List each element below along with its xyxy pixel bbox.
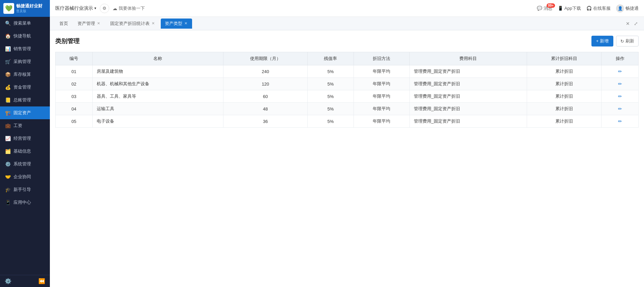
- cell-accum: 累计折旧: [527, 65, 602, 78]
- col-action: 操作: [602, 52, 639, 65]
- company-selector[interactable]: 医疗器械行业演示 ▾: [55, 5, 96, 11]
- edit-button[interactable]: ✏: [618, 69, 622, 74]
- window-maximize-button[interactable]: ⤢: [633, 21, 639, 26]
- sidebar-item-fixed[interactable]: 🏗️ 固定资产: [0, 106, 50, 119]
- online-service-button[interactable]: 🎧 在线客服: [586, 5, 611, 11]
- table-row: 04 运输工具 48 5% 年限平均 管理费用_固定资产折旧 累计折旧 ✏: [56, 103, 639, 115]
- app-download-button[interactable]: 📱 App下载: [558, 5, 581, 11]
- sidebar-item-label: 销售管理: [13, 46, 31, 52]
- collapse-sidebar-icon[interactable]: ⏪: [38, 278, 45, 284]
- fixed-assets-icon: 🏗️: [5, 110, 11, 116]
- table-row: 01 房屋及建筑物 240 5% 年限平均 管理费用_固定资产折旧 累计折旧 ✏: [56, 65, 639, 78]
- tab-depreciation-close[interactable]: ✕: [151, 21, 155, 26]
- tab-asset-management-close[interactable]: ✕: [96, 21, 101, 26]
- window-controls: ✕ ⤢: [625, 21, 639, 26]
- edit-button[interactable]: ✏: [618, 94, 622, 99]
- sidebar-item-basic[interactable]: 🗂️ 基础信息: [0, 145, 50, 158]
- tab-home-label: 首页: [59, 21, 68, 27]
- tab-depreciation-table[interactable]: 固定资产折旧统计表 ✕: [106, 19, 159, 29]
- sidebar-item-system[interactable]: ⚙️ 系统管理: [0, 158, 50, 170]
- sidebar-item-label: 企业协同: [13, 174, 31, 180]
- sidebar-item-funds[interactable]: 💰 资金管理: [0, 81, 50, 94]
- tab-home[interactable]: 首页: [55, 19, 72, 29]
- edit-button[interactable]: ✏: [618, 81, 622, 87]
- new-button[interactable]: + 新增: [591, 36, 613, 46]
- edit-button[interactable]: ✏: [618, 106, 622, 111]
- purchase-icon: 🛒: [5, 59, 11, 65]
- sidebar-item-label: 库存核算: [13, 71, 31, 77]
- col-residual: 残值率: [307, 52, 354, 65]
- cell-residual: 5%: [307, 65, 354, 78]
- user-name: 畅捷通: [625, 5, 639, 11]
- sidebar-item-purchase[interactable]: 🛒 采购管理: [0, 55, 50, 68]
- sidebar-item-sales[interactable]: 📊 销售管理: [0, 42, 50, 55]
- settings-button[interactable]: ⚙: [100, 4, 109, 13]
- user-menu-button[interactable]: 👤 畅捷通: [616, 4, 639, 12]
- edit-button[interactable]: ✏: [618, 119, 622, 124]
- cell-residual: 5%: [307, 103, 354, 115]
- experience-label: 我要体验一下: [119, 5, 145, 11]
- sidebar-item-ledger[interactable]: 📒 总账管理: [0, 94, 50, 106]
- sidebar-item-label: 总账管理: [13, 97, 31, 103]
- ledger-icon: 📒: [5, 97, 11, 103]
- company-name: 医疗器械行业演示: [55, 5, 93, 11]
- tab-asset-type[interactable]: 资产类型 ✕: [161, 19, 192, 29]
- sidebar-nav: 🔍 搜索菜单 🏠 快捷导航 📊 销售管理 🛒 采购管理 📦 库存核算 💰 资金管…: [0, 17, 50, 275]
- cell-period: 120: [223, 78, 307, 90]
- col-accum: 累计折旧科目: [527, 52, 602, 65]
- cell-residual: 5%: [307, 115, 354, 128]
- sidebar-item-guide[interactable]: 🎓 新手引导: [0, 183, 50, 196]
- sidebar-item-label: 应用中心: [13, 199, 31, 205]
- cell-code: 01: [56, 65, 93, 78]
- cell-action: ✏: [602, 90, 639, 103]
- experience-button[interactable]: ☁ 我要体验一下: [113, 5, 145, 11]
- sidebar-item-label: 工资: [13, 123, 22, 129]
- enterprise-icon: 🤝: [5, 174, 11, 180]
- sidebar-item-inventory[interactable]: 📦 库存核算: [0, 68, 50, 81]
- page-actions: + 新增 ↻ 刷新: [591, 36, 639, 46]
- cell-code: 02: [56, 78, 93, 90]
- cell-expense: 管理费用_固定资产折旧: [409, 65, 527, 78]
- refresh-button[interactable]: ↻ 刷新: [616, 36, 639, 46]
- message-badge: 99+: [547, 3, 555, 8]
- sidebar-item-label: 采购管理: [13, 59, 31, 65]
- window-close-button[interactable]: ✕: [625, 21, 631, 26]
- sidebar-item-appstore[interactable]: 📱 应用中心: [0, 196, 50, 209]
- col-expense: 费用科目: [409, 52, 527, 65]
- avatar-icon: 👤: [616, 4, 624, 12]
- experience-icon: ☁: [113, 6, 117, 11]
- sidebar-item-search[interactable]: 🔍 搜索菜单: [0, 17, 50, 30]
- app-download-label: App下载: [564, 5, 581, 11]
- cell-name: 房屋及建筑物: [92, 65, 223, 78]
- sidebar-item-label: 经营管理: [13, 135, 31, 141]
- tab-depreciation-label: 固定资产折旧统计表: [110, 21, 150, 27]
- sidebar-item-enterprise[interactable]: 🤝 企业协同: [0, 170, 50, 183]
- topbar: 医疗器械行业演示 ▾ ⚙ ☁ 我要体验一下 💬 消息 99+ 📱 App下载 🎧…: [50, 0, 644, 17]
- tab-asset-type-label: 资产类型: [165, 21, 182, 27]
- cell-code: 04: [56, 103, 93, 115]
- message-button[interactable]: 💬 消息 99+: [537, 5, 552, 11]
- cell-period: 48: [223, 103, 307, 115]
- sidebar-item-label: 资金管理: [13, 84, 31, 90]
- category-table: 编号 名称 使用期限（月） 残值率 折旧方法 费用科目 累计折旧科目 操作 01…: [55, 52, 639, 128]
- cell-method: 年限平均: [354, 90, 409, 103]
- dropdown-arrow-icon: ▾: [94, 6, 96, 10]
- sidebar-item-business[interactable]: 📈 经营管理: [0, 132, 50, 145]
- col-method: 折旧方法: [354, 52, 409, 65]
- message-icon: 💬: [537, 6, 542, 11]
- topbar-right: 💬 消息 99+ 📱 App下载 🎧 在线客服 👤 畅捷通: [537, 4, 639, 12]
- settings-gear-icon[interactable]: ⚙️: [5, 278, 11, 284]
- sidebar-item-salary[interactable]: 💼 工资: [0, 119, 50, 132]
- cell-expense: 管理费用_固定资产折旧: [409, 78, 527, 90]
- tab-asset-type-close[interactable]: ✕: [184, 21, 188, 26]
- cell-period: 240: [223, 65, 307, 78]
- sidebar-item-label: 基础信息: [13, 148, 31, 154]
- cell-name: 电子设备: [92, 115, 223, 128]
- sidebar-item-quicknav[interactable]: 🏠 快捷导航: [0, 30, 50, 42]
- main-area: 医疗器械行业演示 ▾ ⚙ ☁ 我要体验一下 💬 消息 99+ 📱 App下载 🎧…: [50, 0, 644, 287]
- business-icon: 📈: [5, 135, 11, 141]
- tab-asset-management[interactable]: 资产管理 ✕: [73, 19, 105, 29]
- inventory-icon: 📦: [5, 71, 11, 77]
- salary-icon: 💼: [5, 123, 11, 129]
- cell-accum: 累计折旧: [527, 115, 602, 128]
